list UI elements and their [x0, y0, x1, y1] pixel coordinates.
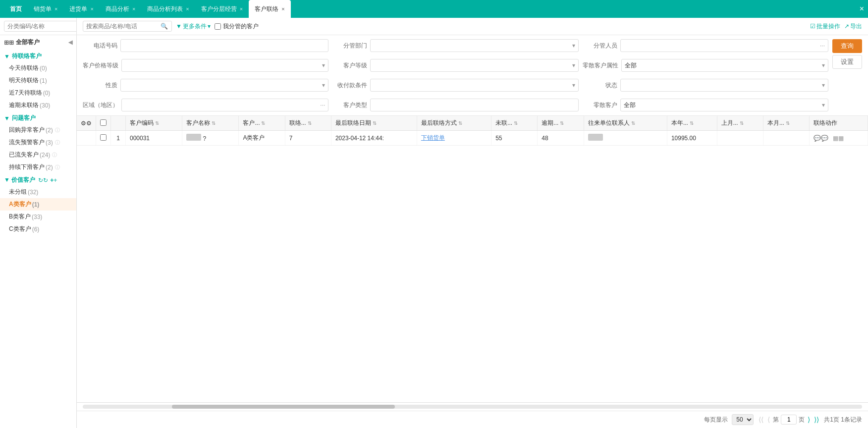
scrollbar-thumb[interactable]: [172, 405, 395, 409]
close-tab-purchase[interactable]: ×: [90, 6, 93, 12]
sort-icon[interactable]: ⇅: [690, 120, 694, 126]
sort-icon[interactable]: ⇅: [740, 120, 744, 126]
close-tab-analysis-list[interactable]: ×: [186, 6, 189, 12]
payment-select[interactable]: ▾: [370, 79, 578, 92]
value-customers-title[interactable]: ▼ 价值客户: [4, 176, 35, 184]
close-tab-sales[interactable]: ×: [54, 6, 57, 12]
phone-input[interactable]: [120, 39, 328, 52]
nature-select[interactable]: ▾: [120, 79, 328, 92]
page-size-select[interactable]: 50: [732, 414, 754, 425]
page-number-input[interactable]: [781, 415, 797, 425]
retail-attr-select[interactable]: 全部▾: [621, 59, 828, 72]
customer-type-input[interactable]: [370, 99, 578, 111]
main-layout: ⊞ 全部客户 ◀ ▼ 待联络客户 今天待联络 (0) 明天待联络 (1) 近7天…: [0, 18, 868, 428]
first-page-button[interactable]: ⟨⟨: [758, 416, 764, 424]
status-select[interactable]: ▾: [620, 79, 828, 92]
sidebar-item-repurchase-abnormal[interactable]: 回购异常客户 (2) ⓘ: [0, 124, 76, 136]
my-customers-check[interactable]: [215, 23, 221, 30]
sort-icon[interactable]: ⇅: [308, 120, 312, 126]
row-checkbox[interactable]: [100, 134, 107, 141]
sidebar-item-b-class[interactable]: B类客户 (33): [0, 211, 76, 223]
select-all-checkbox[interactable]: [100, 119, 107, 126]
value-customers-group-header: ▼ 价值客户 ↻ +: [0, 173, 76, 186]
pending-contact-group[interactable]: ▼ 待联络客户: [0, 50, 76, 62]
row-check[interactable]: [96, 131, 111, 146]
table-row: 1 000031 ? A类客户 7 2023-04-12 14:44: 下销货单…: [77, 131, 868, 146]
sidebar-item-c-class[interactable]: C类客户 (6): [0, 223, 76, 235]
search-input[interactable]: [86, 23, 161, 30]
batch-operation-button[interactable]: ☑ 批量操作: [810, 22, 840, 31]
nav-tab-sales[interactable]: 销货单 ×: [28, 0, 63, 18]
sort-icon[interactable]: ⇅: [261, 120, 265, 126]
customer-level-select[interactable]: ▾: [370, 59, 578, 72]
manager-input[interactable]: ···: [620, 39, 828, 52]
search-icon[interactable]: 🔍: [161, 23, 168, 30]
region-field: 区域（地区） ···: [83, 99, 328, 111]
sort-icon[interactable]: ⇅: [514, 120, 518, 126]
sort-icon[interactable]: ⇅: [786, 120, 790, 126]
sort-icon[interactable]: ⇅: [631, 120, 635, 126]
horizontal-scrollbar[interactable]: [83, 405, 862, 409]
sort-icon[interactable]: ⇅: [212, 120, 216, 126]
more-filters-button[interactable]: ▼ 更多条件 ▾: [176, 22, 211, 31]
dept-select[interactable]: ▾: [370, 39, 578, 52]
sidebar-item-today[interactable]: 今天待联络 (0): [0, 62, 76, 74]
close-tab-customer-contact[interactable]: ×: [281, 6, 284, 12]
chat-icon[interactable]: 💬: [814, 135, 828, 142]
export-button[interactable]: ↗ 导出: [844, 22, 862, 31]
sidebar-item-churned[interactable]: 已流失客户 (24) ⓘ: [0, 149, 76, 161]
settings-button[interactable]: 设置: [832, 55, 862, 69]
row-uncontacted: 55: [491, 131, 538, 146]
customer-table: ⚙ 客户编码 ⇅: [77, 116, 868, 146]
sidebar-item-7days[interactable]: 近7天待联络 (0): [0, 87, 76, 99]
sidebar-item-a-class[interactable]: A类客户 (1): [0, 198, 76, 211]
sidebar-item-declining[interactable]: 持续下滑客户 (2) ⓘ: [0, 161, 76, 173]
sidebar-item-tomorrow[interactable]: 明天待联络 (1): [0, 74, 76, 87]
nav-tab-analysis-list[interactable]: 商品分析列表 ×: [141, 0, 195, 18]
my-customers-checkbox[interactable]: 我分管的客户: [215, 22, 259, 31]
chevron-down-icon: ▾: [208, 23, 211, 30]
last-page-button[interactable]: ⟩⟩: [813, 416, 820, 424]
nav-tab-purchase[interactable]: 进货单 ×: [63, 0, 99, 18]
row-last-method[interactable]: 下销货单: [417, 131, 491, 146]
sidebar-search-input[interactable]: [4, 21, 77, 32]
sidebar-item-churn-warning[interactable]: 流失预警客户 (3) ⓘ: [0, 136, 76, 149]
query-button[interactable]: 查询: [832, 39, 862, 53]
app-close-button[interactable]: ×: [860, 4, 864, 13]
sort-icon[interactable]: ⇅: [458, 120, 462, 126]
region-input[interactable]: ···: [121, 99, 328, 111]
filter-row-3: 性质 ▾ 收付款条件 ▾ 状态: [83, 79, 828, 92]
col-type: 客户... ⇅: [239, 116, 285, 131]
nav-home[interactable]: 首页: [4, 0, 28, 18]
row-code[interactable]: 000031: [126, 131, 182, 146]
gear-icon[interactable]: ⚙: [81, 120, 92, 127]
price-level-select[interactable]: ▾: [121, 59, 328, 72]
qr-icon[interactable]: ▦: [833, 135, 844, 142]
row-name: ?: [182, 131, 239, 146]
retail-customer-select[interactable]: 全部▾: [620, 99, 828, 111]
collapse-icon[interactable]: ◀: [68, 39, 72, 46]
price-level-field: 客户价格等级 ▾: [83, 59, 328, 72]
nav-tab-customer-segment[interactable]: 客户分层经营 ×: [195, 0, 249, 18]
close-tab-customer-segment[interactable]: ×: [240, 6, 243, 12]
add-group-icon[interactable]: +: [50, 177, 57, 184]
sort-icon[interactable]: ⇅: [560, 120, 564, 126]
prev-page-button[interactable]: ⟨: [766, 416, 771, 424]
sidebar-item-overdue[interactable]: 逾期未联络 (30): [0, 99, 76, 111]
sidebar-item-ungrouped[interactable]: 未分组 (32): [0, 186, 76, 198]
sort-icon[interactable]: ⇅: [155, 120, 159, 126]
next-page-button[interactable]: ⟩: [807, 416, 811, 424]
row-this-month: [763, 131, 809, 146]
all-customers-header[interactable]: ⊞ 全部客户 ◀: [0, 35, 76, 50]
col-this-year: 本年... ⇅: [667, 116, 717, 131]
problem-customers-group[interactable]: ▼ 问题客户: [0, 111, 76, 124]
refresh-icon[interactable]: ↻: [38, 177, 48, 184]
info-icon: ⓘ: [52, 152, 57, 159]
sort-icon[interactable]: ⇅: [373, 120, 377, 126]
close-tab-analysis[interactable]: ×: [132, 6, 135, 12]
advanced-filter-panel: 电话号码 分管部门 ▾ 分管人员 ···: [77, 35, 868, 116]
nav-tab-analysis[interactable]: 商品分析 ×: [100, 0, 141, 18]
nav-tab-customer-contact[interactable]: 客户联络 ×: [249, 0, 290, 18]
col-settings[interactable]: ⚙: [77, 116, 96, 131]
col-check[interactable]: [96, 116, 111, 131]
